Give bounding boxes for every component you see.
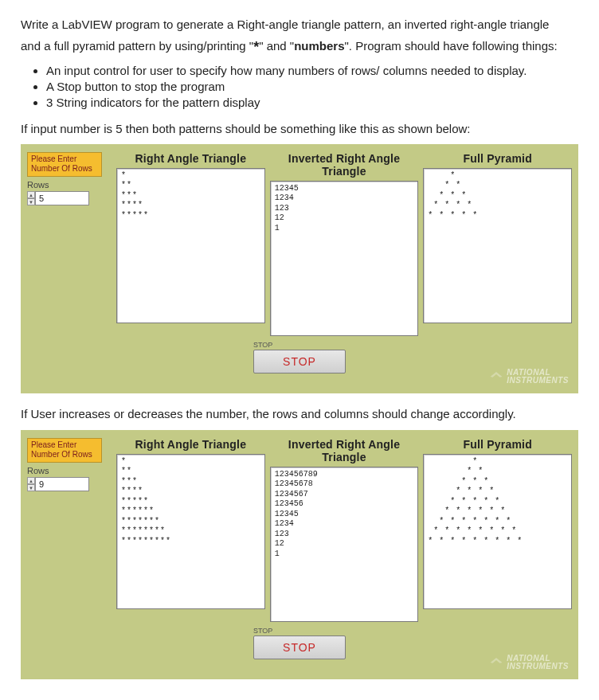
requirement-item: A Stop button to stop the program [46,80,578,93]
rows-numeric-control[interactable]: ▲▼ 5 [27,191,112,205]
right-angle-indicator: * ** *** **** ***** [116,168,265,323]
rows-spinner[interactable]: ▲▼ [27,191,35,205]
intro-line2a: and a full pyramid pattern by using/prin… [21,39,253,53]
pyramid-title: Full Pyramid [423,152,572,165]
ni-logo: NATIONAL INSTRUMENTS [489,655,569,671]
enter-rows-label: Please Enter Number Of Rows [27,152,102,177]
pyramid-indicator: * * * * * * * * * * * * * * * * * * * * … [423,454,572,609]
intro-line2c: ". Program should have following things: [345,39,558,53]
inverted-title: Inverted Right Angle Triangle [270,152,419,178]
ni-text-2: INSTRUMENTS [507,663,569,671]
enter-rows-label: Please Enter Number Of Rows [27,438,102,463]
stop-caption: STOP [253,341,346,349]
inverted-indicator: 123456789 12345678 1234567 123456 12345 … [270,467,419,622]
right-angle-indicator: * ** *** **** ***** ****** ******* *****… [116,454,265,609]
requirement-item: An input control for user to specify how… [46,64,578,77]
rows-numeric-control[interactable]: ▲▼ 9 [27,477,112,491]
between-panels-text: If User increases or decreases the numbe… [21,405,578,424]
intro-line1: Write a LabVIEW program to generate a Ri… [21,18,549,31]
requirements-list: An input control for user to specify how… [46,64,578,109]
rows-caption: Rows [27,466,112,475]
numbers-word: numbers [294,39,344,53]
rows-caption: Rows [27,180,112,190]
pyramid-title: Full Pyramid [423,438,572,451]
requirement-item: 3 String indicators for the pattern disp… [46,96,578,109]
ni-logo: NATIONAL INSTRUMENTS [489,369,569,385]
stop-caption: STOP [253,627,346,635]
rows-spinner[interactable]: ▲▼ [27,477,35,491]
right-angle-title: Right Angle Triangle [116,152,265,165]
intro-line2b: " and " [259,39,294,53]
inverted-title: Inverted Right Angle Triangle [270,438,419,463]
pyramid-indicator: * * * * * * * * * * * * * * * [423,168,572,323]
if-input-text: If input number is 5 then both patterns … [21,119,578,139]
right-angle-title: Right Angle Triangle [116,438,265,451]
labview-panel-example-5: Please Enter Number Of Rows Rows ▲▼ 5 Ri… [21,144,578,393]
stop-button[interactable]: STOP [253,350,346,373]
rows-input[interactable]: 5 [35,191,89,205]
rows-input[interactable]: 9 [35,477,89,491]
ni-eagle-icon [489,655,503,670]
prompt-paragraph: Write a LabVIEW program to generate a Ri… [21,14,578,59]
labview-panel-example-9: Please Enter Number Of Rows Rows ▲▼ 9 Ri… [21,430,578,679]
stop-button[interactable]: STOP [253,635,346,659]
inverted-indicator: 12345 1234 123 12 1 [270,181,419,336]
ni-text-2: INSTRUMENTS [507,377,569,385]
ni-eagle-icon [489,370,503,384]
